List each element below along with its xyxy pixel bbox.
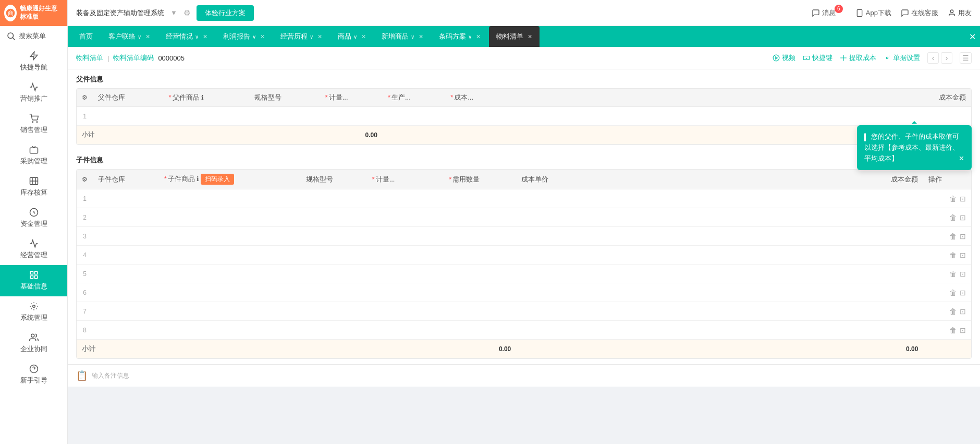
child-spec-cell[interactable] xyxy=(301,265,367,283)
child-warehouse-cell[interactable] xyxy=(93,189,159,208)
child-spec-cell[interactable] xyxy=(301,189,367,208)
copy-icon[interactable]: ⊡ xyxy=(960,270,966,278)
parent-spec-cell[interactable] xyxy=(249,107,320,126)
child-unit-cell[interactable] xyxy=(367,227,425,246)
tab-close[interactable]: ✕ xyxy=(145,33,150,40)
tab-bom[interactable]: 物料清单 ✕ xyxy=(489,26,540,47)
tab-customer[interactable]: 客户联络 ∨ ✕ xyxy=(101,26,157,47)
single-settings-btn[interactable]: 单据设置 xyxy=(884,53,920,63)
copy-icon[interactable]: ⊡ xyxy=(960,326,966,334)
sidebar-item-sales[interactable]: 销售管理 xyxy=(0,109,67,140)
child-goods-cell[interactable] xyxy=(159,283,301,302)
parent-production-cell[interactable] xyxy=(383,107,445,126)
child-unit-cost-cell[interactable] xyxy=(516,265,582,283)
child-unit-cost-cell[interactable] xyxy=(516,189,582,208)
prev-arrow[interactable]: ‹ xyxy=(927,52,939,64)
child-goods-cell[interactable] xyxy=(159,302,301,321)
copy-icon[interactable]: ⊡ xyxy=(960,232,966,241)
child-quantity-cell[interactable] xyxy=(444,227,516,246)
delete-icon[interactable]: 🗑 xyxy=(949,307,957,316)
child-unit-cell[interactable] xyxy=(367,189,425,208)
child-quantity-cell[interactable] xyxy=(444,321,516,340)
delete-icon[interactable]: 🗑 xyxy=(949,213,957,222)
extract-cost-btn[interactable]: 提取成本 xyxy=(840,53,876,63)
parent-goods-cell[interactable] xyxy=(164,107,250,126)
child-quantity-cell[interactable] xyxy=(444,302,516,321)
user-btn[interactable]: 用友 xyxy=(948,8,972,18)
tab-new-goods[interactable]: 新增商品 ∨ ✕ xyxy=(374,26,431,47)
th-settings[interactable]: ⚙ xyxy=(77,89,93,107)
sidebar-item-operations[interactable]: 经营管理 xyxy=(0,234,67,265)
scan-btn[interactable]: 扫码录入 xyxy=(201,174,234,185)
child-warehouse-cell[interactable] xyxy=(93,246,159,265)
app-download-btn[interactable]: App下载 xyxy=(855,8,891,18)
child-goods-cell[interactable] xyxy=(159,246,301,265)
tab-goods[interactable]: 商品 ∨ ✕ xyxy=(330,26,373,47)
tab-close[interactable]: ✕ xyxy=(317,33,322,40)
delete-icon[interactable]: 🗑 xyxy=(949,232,957,241)
trial-btn[interactable]: 体验行业方案 xyxy=(197,5,254,21)
sidebar-item-inventory[interactable]: 库存核算 xyxy=(0,171,67,202)
child-spec-cell[interactable] xyxy=(301,208,367,227)
child-unit-cell[interactable] xyxy=(367,321,425,340)
tab-operations-situation[interactable]: 经营情况 ∨ ✕ xyxy=(158,26,215,47)
child-unit-cell[interactable] xyxy=(367,246,425,265)
child-warehouse-cell[interactable] xyxy=(93,208,159,227)
message-btn[interactable]: 消息 6 xyxy=(812,8,846,18)
video-btn[interactable]: 视频 xyxy=(773,53,795,63)
parent-unit-cell[interactable] xyxy=(320,107,383,126)
tab-close[interactable]: ✕ xyxy=(203,33,207,40)
child-unit-cell[interactable] xyxy=(367,208,425,227)
child-unit-cell[interactable] xyxy=(367,265,425,283)
tab-home[interactable]: 首页 xyxy=(72,26,100,47)
topbar-arrow-down[interactable]: ▼ xyxy=(170,9,177,17)
child-spec-cell[interactable] xyxy=(301,321,367,340)
child-unit-cost-cell[interactable] xyxy=(516,227,582,246)
child-quantity-cell[interactable] xyxy=(444,208,516,227)
parent-cost-cell[interactable] xyxy=(445,107,508,126)
child-unit-cost-cell[interactable] xyxy=(516,246,582,265)
sidebar-item-search[interactable]: 搜索菜单 xyxy=(0,26,67,46)
child-goods-cell[interactable] xyxy=(159,321,301,340)
sidebar-item-enterprise[interactable]: 企业协同 xyxy=(0,328,67,359)
delete-icon[interactable]: 🗑 xyxy=(949,289,957,297)
tab-close[interactable]: ✕ xyxy=(260,33,265,40)
copy-icon[interactable]: ⊡ xyxy=(960,289,966,297)
copy-icon[interactable]: ⊡ xyxy=(960,213,966,222)
next-arrow[interactable]: › xyxy=(941,52,952,64)
tab-barcode[interactable]: 条码方案 ∨ ✕ xyxy=(432,26,488,47)
online-service-btn[interactable]: 在线客服 xyxy=(901,8,938,18)
child-warehouse-cell[interactable] xyxy=(93,321,159,340)
child-goods-cell[interactable] xyxy=(159,208,301,227)
th-child-settings[interactable]: ⚙ xyxy=(77,170,93,189)
sidebar-item-quick-nav[interactable]: 快捷导航 xyxy=(0,46,67,77)
close-all-tabs[interactable]: ✕ xyxy=(969,32,976,42)
tab-close[interactable]: ✕ xyxy=(419,33,423,40)
delete-icon[interactable]: 🗑 xyxy=(949,251,957,259)
breadcrumb-bom[interactable]: 物料清单 xyxy=(76,53,103,63)
delete-icon[interactable]: 🗑 xyxy=(949,326,957,334)
child-warehouse-cell[interactable] xyxy=(93,265,159,283)
tab-history[interactable]: 经营历程 ∨ ✕ xyxy=(273,26,329,47)
child-goods-cell[interactable] xyxy=(159,189,301,208)
tooltip-close-btn[interactable]: ✕ xyxy=(959,153,964,164)
copy-icon[interactable]: ⊡ xyxy=(960,307,966,316)
child-warehouse-cell[interactable] xyxy=(93,283,159,302)
child-spec-cell[interactable] xyxy=(301,302,367,321)
child-warehouse-cell[interactable] xyxy=(93,227,159,246)
tab-close[interactable]: ✕ xyxy=(361,33,366,40)
child-unit-cell[interactable] xyxy=(367,283,425,302)
sidebar-item-finance[interactable]: 资金管理 xyxy=(0,202,67,234)
child-unit-cell[interactable] xyxy=(367,302,425,321)
copy-icon[interactable]: ⊡ xyxy=(960,195,966,203)
child-goods-cell[interactable] xyxy=(159,227,301,246)
child-spec-cell[interactable] xyxy=(301,246,367,265)
child-quantity-cell[interactable] xyxy=(444,189,516,208)
tab-close[interactable]: ✕ xyxy=(476,33,481,40)
shortcut-btn[interactable]: 快捷键 xyxy=(803,53,832,63)
sidebar-item-marketing[interactable]: 营销推广 xyxy=(0,77,67,109)
child-unit-cost-cell[interactable] xyxy=(516,321,582,340)
breadcrumb-code-label[interactable]: 物料清单编码 xyxy=(113,53,154,63)
child-spec-cell[interactable] xyxy=(301,283,367,302)
list-view-btn[interactable]: ☰ xyxy=(960,52,972,64)
